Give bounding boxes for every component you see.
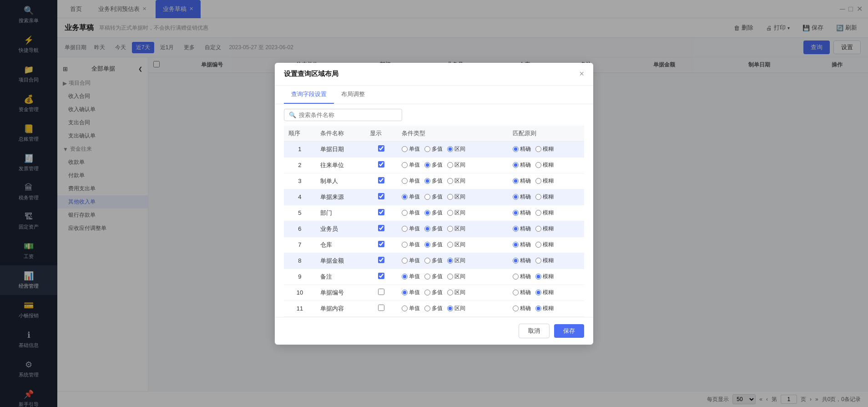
- row-name-1: 往来单位: [316, 157, 365, 173]
- row-name-7: 单据金额: [316, 253, 365, 269]
- display-checkbox-5[interactable]: [378, 225, 384, 231]
- cond-type-single-4[interactable]: 单值: [402, 209, 420, 217]
- display-checkbox-8[interactable]: [378, 273, 384, 279]
- modal-footer: 取消 保存: [275, 317, 593, 345]
- match-rule-exact-9[interactable]: 精确: [513, 289, 531, 296]
- display-checkbox-6[interactable]: [378, 241, 384, 247]
- row-display-2[interactable]: [365, 173, 397, 189]
- cond-type-single-8[interactable]: 单值: [402, 273, 420, 280]
- row-display-8[interactable]: [365, 269, 397, 285]
- row-display-10[interactable]: [365, 300, 397, 316]
- match-rule-exact-5[interactable]: 精确: [513, 225, 531, 233]
- match-rule-exact-7[interactable]: 精确: [513, 257, 531, 265]
- cond-type-range-7[interactable]: 区间: [447, 257, 465, 265]
- row-condition-8: 单值多值区间: [397, 269, 508, 285]
- cond-type-single-2[interactable]: 单值: [402, 177, 420, 185]
- row-display-4[interactable]: [365, 205, 397, 221]
- row-display-7[interactable]: [365, 253, 397, 269]
- row-display-3[interactable]: [365, 189, 397, 205]
- match-rule-fuzzy-7[interactable]: 模糊: [535, 257, 554, 265]
- display-checkbox-7[interactable]: [378, 257, 384, 263]
- modal-col-order: 顺序: [284, 126, 316, 142]
- cond-type-range-9[interactable]: 区间: [447, 289, 465, 296]
- display-checkbox-0[interactable]: [378, 145, 384, 152]
- cond-type-range-4[interactable]: 区间: [447, 209, 465, 217]
- match-rule-fuzzy-5[interactable]: 模糊: [535, 225, 554, 233]
- match-rule-exact-10[interactable]: 精确: [513, 305, 531, 312]
- row-name-9: 单据编号: [316, 285, 365, 300]
- cond-type-single-9[interactable]: 单值: [402, 289, 420, 296]
- cond-type-single-7[interactable]: 单值: [402, 257, 420, 265]
- match-rule-fuzzy-3[interactable]: 模糊: [535, 193, 554, 201]
- row-display-9[interactable]: [365, 285, 397, 300]
- row-condition-6: 单值多值区间: [397, 237, 508, 253]
- cond-type-multiple-7[interactable]: 多值: [424, 257, 443, 265]
- cond-type-multiple-10[interactable]: 多值: [424, 305, 443, 312]
- cond-type-multiple-0[interactable]: 多值: [424, 145, 443, 153]
- match-rule-exact-8[interactable]: 精确: [513, 273, 531, 280]
- row-display-6[interactable]: [365, 237, 397, 253]
- modal-close-btn[interactable]: ×: [579, 69, 584, 79]
- cond-type-range-8[interactable]: 区间: [447, 273, 465, 280]
- row-display-0[interactable]: [365, 141, 397, 157]
- display-checkbox-2[interactable]: [378, 177, 384, 183]
- cond-type-single-6[interactable]: 单值: [402, 241, 420, 249]
- row-condition-1: 单值多值区间: [397, 157, 508, 173]
- match-rule-fuzzy-10[interactable]: 模糊: [535, 305, 554, 312]
- match-rule-exact-6[interactable]: 精确: [513, 241, 531, 249]
- match-rule-fuzzy-4[interactable]: 模糊: [535, 209, 554, 217]
- cond-type-multiple-3[interactable]: 多值: [424, 193, 443, 201]
- cond-type-single-3[interactable]: 单值: [402, 193, 420, 201]
- cond-type-single-0[interactable]: 单值: [402, 145, 420, 153]
- modal-save-button[interactable]: 保存: [554, 324, 584, 338]
- row-order-5: 6: [284, 221, 316, 237]
- modal-table-row: 8单据金额单值多值区间精确模糊: [284, 253, 584, 269]
- modal-tab-layout-adjust[interactable]: 布局调整: [334, 86, 372, 104]
- cond-type-range-10[interactable]: 区间: [447, 305, 465, 312]
- display-checkbox-3[interactable]: [378, 193, 384, 199]
- cond-type-range-2[interactable]: 区间: [447, 177, 465, 185]
- cond-type-range-5[interactable]: 区间: [447, 225, 465, 233]
- modal-header: 设置查询区域布局 ×: [275, 63, 593, 86]
- cond-type-single-5[interactable]: 单值: [402, 225, 420, 233]
- match-rule-fuzzy-6[interactable]: 模糊: [535, 241, 554, 249]
- cond-type-multiple-4[interactable]: 多值: [424, 209, 443, 217]
- modal-tab-field-settings[interactable]: 查询字段设置: [284, 86, 334, 104]
- modal-search-area: 🔍: [275, 104, 593, 126]
- match-rule-exact-1[interactable]: 精确: [513, 161, 531, 169]
- match-rule-exact-4[interactable]: 精确: [513, 209, 531, 217]
- cond-type-multiple-1[interactable]: 多值: [424, 161, 443, 169]
- cond-type-single-1[interactable]: 单值: [402, 161, 420, 169]
- cond-type-multiple-8[interactable]: 多值: [424, 273, 443, 280]
- display-checkbox-10[interactable]: [378, 305, 384, 311]
- row-condition-9: 单值多值区间: [397, 285, 508, 300]
- display-checkbox-4[interactable]: [378, 209, 384, 215]
- cond-type-multiple-9[interactable]: 多值: [424, 289, 443, 296]
- match-rule-exact-0[interactable]: 精确: [513, 145, 531, 153]
- display-checkbox-9[interactable]: [378, 289, 384, 295]
- row-display-1[interactable]: [365, 157, 397, 173]
- modal-tabs: 查询字段设置布局调整: [275, 86, 593, 104]
- cond-type-multiple-6[interactable]: 多值: [424, 241, 443, 249]
- match-rule-fuzzy-9[interactable]: 模糊: [535, 289, 554, 296]
- cond-type-range-3[interactable]: 区间: [447, 193, 465, 201]
- cancel-button[interactable]: 取消: [519, 324, 550, 338]
- match-rule-exact-3[interactable]: 精确: [513, 193, 531, 201]
- cond-type-range-6[interactable]: 区间: [447, 241, 465, 249]
- cond-type-range-0[interactable]: 区间: [447, 145, 465, 153]
- cond-type-multiple-2[interactable]: 多值: [424, 177, 443, 185]
- display-checkbox-1[interactable]: [378, 161, 384, 168]
- condition-search-input[interactable]: [299, 112, 397, 118]
- row-order-3: 4: [284, 189, 316, 205]
- match-rule-fuzzy-1[interactable]: 模糊: [535, 161, 554, 169]
- cond-type-single-10[interactable]: 单值: [402, 305, 420, 312]
- modal-table-container: 顺序条件名称显示条件类型匹配原则 1单据日期单值多值区间精确模糊2往来单位单值多…: [275, 126, 593, 317]
- match-rule-fuzzy-8[interactable]: 模糊: [535, 273, 554, 280]
- modal-table-row: 5部门单值多值区间精确模糊: [284, 205, 584, 221]
- cond-type-range-1[interactable]: 区间: [447, 161, 465, 169]
- row-display-5[interactable]: [365, 221, 397, 237]
- match-rule-exact-2[interactable]: 精确: [513, 177, 531, 185]
- match-rule-fuzzy-0[interactable]: 模糊: [535, 145, 554, 153]
- match-rule-fuzzy-2[interactable]: 模糊: [535, 177, 554, 185]
- cond-type-multiple-5[interactable]: 多值: [424, 225, 443, 233]
